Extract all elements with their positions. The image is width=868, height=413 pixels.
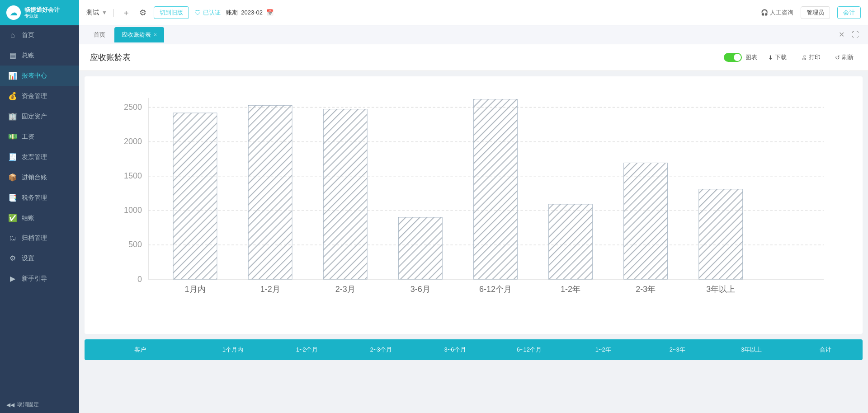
tab-home[interactable]: 首页 xyxy=(86,27,113,42)
sidebar-item-ledger[interactable]: ▤ 总账 xyxy=(0,45,79,66)
sidebar-label-tax: 税务管理 xyxy=(22,194,47,202)
svg-text:0: 0 xyxy=(137,275,142,284)
calendar-icon[interactable]: 📅 xyxy=(266,9,274,16)
sidebar-item-assets[interactable]: 🏢 固定资产 xyxy=(0,106,79,127)
settings-button[interactable]: ⚙ xyxy=(137,6,148,19)
sidebar-label-ledger: 总账 xyxy=(22,52,34,60)
assets-icon: 🏢 xyxy=(8,112,17,121)
window-controls: ✕ ⛶ xyxy=(837,28,861,41)
closing-icon: ✅ xyxy=(8,214,17,222)
sidebar-item-closing[interactable]: ✅ 结账 xyxy=(0,208,79,228)
bar-1-2month xyxy=(248,105,292,279)
topbar-right: 🎧 人工咨询 管理员 会计 xyxy=(761,6,861,19)
print-icon: 🖨 xyxy=(801,54,807,61)
page-title: 应收账龄表 xyxy=(90,52,131,63)
bar-3plus-year xyxy=(699,189,743,279)
tab-close-icon[interactable]: × xyxy=(154,32,157,38)
svg-text:3-6月: 3-6月 xyxy=(410,285,430,294)
sidebar-label-assets: 固定资产 xyxy=(22,113,47,121)
tax-icon: 📑 xyxy=(8,193,17,202)
sidebar-item-home[interactable]: ⌂ 首页 xyxy=(0,25,79,45)
refresh-icon: ↺ xyxy=(835,54,840,61)
col-customer: 客户 xyxy=(85,339,196,360)
refresh-button[interactable]: ↺ 刷新 xyxy=(831,52,857,63)
toggle-track[interactable] xyxy=(724,53,742,62)
print-button[interactable]: 🖨 打印 xyxy=(797,52,824,63)
sidebar-label-payroll: 工资 xyxy=(22,133,34,141)
sidebar-item-payroll[interactable]: 💵 工资 xyxy=(0,127,79,147)
chart-toggle[interactable]: 图表 xyxy=(724,53,757,62)
consult-button[interactable]: 🎧 人工咨询 xyxy=(761,9,793,17)
project-selector[interactable]: 测试 ▼ xyxy=(86,9,107,17)
sidebar-item-archive[interactable]: 🗂 归档管理 xyxy=(0,228,79,248)
bar-3-6month xyxy=(398,217,442,279)
shield-icon: 🛡 xyxy=(194,9,201,16)
svg-text:1-2月: 1-2月 xyxy=(260,285,280,294)
consult-label: 人工咨询 xyxy=(770,9,793,17)
period-value: 2023-02 xyxy=(241,9,263,16)
sidebar-nav: ⌂ 首页 ▤ 总账 📊 报表中心 💰 资金管理 🏢 固定资产 💵 工资 🧾 发票… xyxy=(0,25,79,396)
col-2-3month: 2~3个月 xyxy=(344,339,418,360)
close-window-button[interactable]: ✕ xyxy=(837,28,846,41)
bar-chart: 0 500 1000 1500 2000 2500 1月内 xyxy=(98,85,849,325)
home-tab-label: 首页 xyxy=(94,31,105,39)
col-6-12month: 6~12个月 xyxy=(492,339,566,360)
sidebar-item-funds[interactable]: 💰 资金管理 xyxy=(0,86,79,106)
svg-text:3年以上: 3年以上 xyxy=(706,285,735,294)
cancel-fixed-button[interactable]: ◀◀ 取消固定 xyxy=(0,396,79,413)
sidebar-label-funds: 资金管理 xyxy=(22,92,47,100)
col-1month: 1个月内 xyxy=(196,339,270,360)
sidebar-item-invoice[interactable]: 🧾 发票管理 xyxy=(0,147,79,167)
content-area: 应收账龄表 图表 ⬇ 下载 🖨 打印 ↺ 刷新 xyxy=(79,44,868,413)
settings-icon: ⚙ xyxy=(8,254,17,263)
home-icon: ⌂ xyxy=(8,31,17,39)
chart-section: 0 500 1000 1500 2000 2500 1月内 xyxy=(85,76,863,334)
sidebar-label-invoice: 发票管理 xyxy=(22,153,47,161)
sidebar-item-settings[interactable]: ⚙ 设置 xyxy=(0,248,79,268)
cancel-fixed-label: 取消固定 xyxy=(17,401,39,408)
tab-receivable-aging[interactable]: 应收账龄表 × xyxy=(114,27,164,42)
app-logo: ☁ 畅捷通好会计 专业版 xyxy=(0,0,79,25)
chevron-down-icon: ▼ xyxy=(102,9,107,16)
svg-text:2-3月: 2-3月 xyxy=(335,285,355,294)
table-header: 客户 1个月内 1~2个月 2~3个月 3~6个月 6~12个月 1~2年 2~… xyxy=(85,339,863,360)
verified-status: 🛡 已认证 xyxy=(194,9,221,17)
svg-text:1500: 1500 xyxy=(124,171,142,180)
main-area: 测试 ▼ | ＋ ⚙ 切到旧版 🛡 已认证 账期 2023-02 📅 🎧 人工咨… xyxy=(79,0,868,413)
reports-icon: 📊 xyxy=(8,71,17,80)
svg-text:2-3年: 2-3年 xyxy=(636,285,656,294)
app-name: 畅捷通好会计 xyxy=(24,6,60,14)
user-button[interactable]: 管理员 xyxy=(801,6,830,19)
project-name: 测试 xyxy=(86,9,99,17)
role-button[interactable]: 会计 xyxy=(837,6,861,19)
download-button[interactable]: ⬇ 下载 xyxy=(764,52,790,63)
verified-label: 已认证 xyxy=(203,9,221,17)
col-3-6month: 3~6个月 xyxy=(418,339,492,360)
expand-window-button[interactable]: ⛶ xyxy=(850,29,861,41)
topbar: 测试 ▼ | ＋ ⚙ 切到旧版 🛡 已认证 账期 2023-02 📅 🎧 人工咨… xyxy=(79,0,868,25)
sidebar-item-tutorial[interactable]: ▶ 新手引导 xyxy=(0,268,79,289)
toggle-label: 图表 xyxy=(745,53,757,61)
page-actions: 图表 ⬇ 下载 🖨 打印 ↺ 刷新 xyxy=(724,52,857,63)
funds-icon: 💰 xyxy=(8,92,17,100)
logo-icon: ☁ xyxy=(6,5,21,20)
bar-2-3year xyxy=(624,163,668,279)
period-text: 账期 xyxy=(226,9,238,16)
archive-icon: 🗂 xyxy=(8,234,17,242)
bar-2-3month xyxy=(323,109,367,279)
switch-old-version-button[interactable]: 切到旧版 xyxy=(154,6,189,19)
bar-1-2year xyxy=(549,204,593,279)
col-3plus-year: 3年以上 xyxy=(714,339,788,360)
tab-bar: 首页 应收账龄表 × ✕ ⛶ xyxy=(79,25,868,44)
sidebar-label-closing: 结账 xyxy=(22,214,34,222)
page-header: 应收账龄表 图表 ⬇ 下载 🖨 打印 ↺ 刷新 xyxy=(79,44,868,71)
ledger-icon: ▤ xyxy=(8,51,17,60)
sidebar-item-inventory[interactable]: 📦 进销台账 xyxy=(0,167,79,188)
sidebar-item-reports[interactable]: 📊 报表中心 xyxy=(0,66,79,86)
sidebar-item-tax[interactable]: 📑 税务管理 xyxy=(0,188,79,208)
cancel-fixed-icon: ◀◀ xyxy=(6,402,14,408)
inventory-icon: 📦 xyxy=(8,173,17,182)
headset-icon: 🎧 xyxy=(761,9,768,16)
active-tab-label: 应收账龄表 xyxy=(122,31,151,39)
add-project-button[interactable]: ＋ xyxy=(120,5,132,20)
